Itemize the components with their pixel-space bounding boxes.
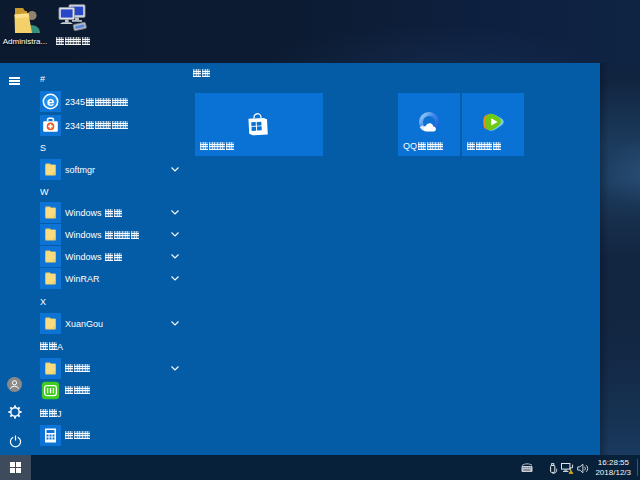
- svg-text:e: e: [47, 94, 55, 109]
